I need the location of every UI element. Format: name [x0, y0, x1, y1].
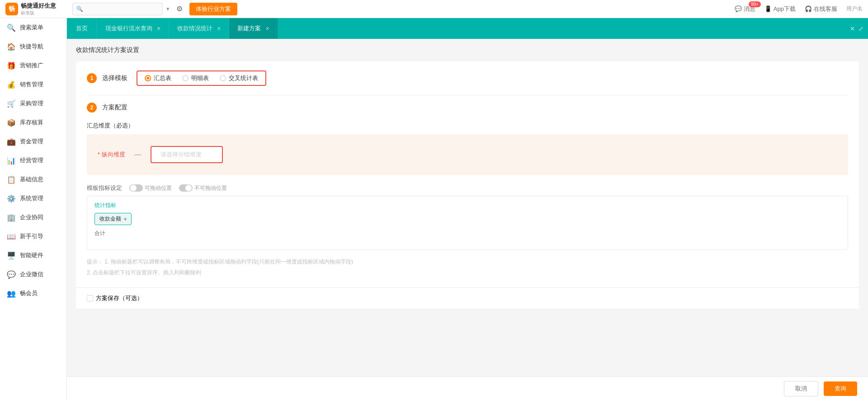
sidebar-item-inventory[interactable]: 📦 库存核算	[0, 113, 66, 132]
sidebar-label-member: 畅会员	[20, 289, 38, 297]
hardware-icon: 🖥️	[7, 251, 15, 259]
tab-home-label: 首页	[76, 24, 88, 33]
logo-text: 畅捷通好生意	[21, 2, 56, 10]
sidebar: 🔍 搜索菜单 🏠 快捷导航 🎁 营销推广 💰 销售管理 🛒 采购管理 📦 库存核…	[0, 18, 67, 400]
tab-receipt-stat[interactable]: 收款情况统计 ×	[169, 18, 229, 39]
message-icon: 💬	[735, 5, 742, 12]
sidebar-label-search: 搜索菜单	[20, 24, 43, 32]
notification-badge: 99+	[749, 1, 761, 7]
radio-group-template: 汇总表 明细表 交叉统计表	[145, 74, 258, 82]
stat-area-label: 统计指标	[94, 202, 840, 209]
cancel-button[interactable]: 取消	[784, 381, 818, 396]
save-plan-checkbox[interactable]: 方案保存（可选）	[87, 294, 143, 302]
stat-tag-receipt-amount[interactable]: 收款金额 ▾	[94, 213, 132, 225]
sidebar-item-finance[interactable]: 💼 资金管理	[0, 132, 66, 151]
sidebar-item-newbie[interactable]: 📖 新手引导	[0, 227, 66, 246]
step2-row: 2 方案配置	[87, 103, 848, 113]
trial-button[interactable]: 体验行业方案	[189, 3, 237, 15]
draggable-label: 可拖动位置	[145, 184, 172, 192]
sidebar-item-member[interactable]: 👥 畅会员	[0, 284, 66, 303]
tab-cashflow-close[interactable]: ×	[157, 25, 160, 32]
logo-icon: 畅	[5, 3, 18, 15]
member-icon: 👥	[7, 289, 15, 297]
radio-detail-label: 明细表	[191, 74, 209, 82]
top-search-input[interactable]: 🔍	[72, 3, 163, 15]
tab-receipt-stat-close[interactable]: ×	[217, 25, 221, 32]
dropdown-icon[interactable]: ▾	[166, 5, 170, 12]
dimension-box: * 纵向维度 — 请选择分组维度	[87, 134, 848, 175]
config-area: 汇总维度（必选） * 纵向维度 — 请选择分组维度 模板指标设定 可拖动位置	[87, 122, 848, 278]
radio-summary-label: 汇总表	[154, 74, 171, 82]
vertical-dimension-label: * 纵向维度	[98, 151, 125, 159]
dimension-select[interactable]: 请选择分组维度	[151, 146, 223, 163]
wechat-icon: 💬	[7, 270, 15, 278]
notification-button[interactable]: 💬 消息 99+	[735, 5, 755, 13]
sidebar-item-marketing[interactable]: 🎁 营销推广	[0, 56, 66, 75]
non-drag-badge: 不可拖动位置	[179, 184, 227, 192]
template-selector: 汇总表 明细表 交叉统计表	[137, 71, 266, 86]
search-bar-area: 🔍 ▾ ⚙ 体验行业方案	[72, 3, 735, 15]
tab-home[interactable]: 首页	[67, 18, 97, 39]
tab-expand[interactable]: ⤢	[859, 25, 863, 32]
operation-icon: 📊	[7, 156, 15, 165]
stat-area: 统计指标 收款金额 ▾ 合计	[87, 196, 848, 250]
sales-icon: 💰	[7, 80, 15, 89]
sidebar-item-enterprise[interactable]: 🏢 企业协同	[0, 208, 66, 227]
indicator-title: 模板指标设定	[87, 184, 122, 192]
base-info-icon: 📋	[7, 175, 15, 184]
tab-cashflow-label: 现金银行流水查询	[105, 24, 152, 33]
app-download-button[interactable]: 📱 App下载	[764, 5, 796, 13]
tab-receipt-stat-label: 收款情况统计	[177, 24, 212, 33]
sidebar-item-operation[interactable]: 📊 经营管理	[0, 151, 66, 170]
radio-summary[interactable]: 汇总表	[145, 74, 171, 82]
sidebar-label-purchase: 采购管理	[20, 99, 43, 108]
page-content-area: 收款情况统计方案设置 1 选择模板 汇总表 明细表	[67, 39, 868, 400]
step1-row: 1 选择模板 汇总表 明细表 交叉统计表	[87, 71, 848, 86]
purchase-icon: 🛒	[7, 99, 15, 108]
sidebar-item-sys-mgmt[interactable]: ⚙️ 系统管理	[0, 189, 66, 208]
tab-new-plan-label: 新建方案	[237, 24, 261, 33]
home-icon: 🏠	[7, 42, 15, 51]
radio-detail-circle	[182, 75, 189, 81]
newbie-icon: 📖	[7, 232, 15, 240]
sidebar-item-base-info[interactable]: 📋 基础信息	[0, 170, 66, 189]
draggable-badge: 可拖动位置	[129, 184, 172, 192]
tab-new-plan[interactable]: 新建方案 ×	[229, 18, 278, 39]
sidebar-item-quick-nav[interactable]: 🏠 快捷导航	[0, 37, 66, 56]
gear-button[interactable]: ⚙	[173, 3, 186, 15]
sidebar-item-search[interactable]: 🔍 搜索菜单	[0, 18, 66, 37]
enterprise-icon: 🏢	[7, 213, 15, 221]
sidebar-label-newbie: 新手引导	[20, 232, 43, 240]
sidebar-item-sales[interactable]: 💰 销售管理	[0, 75, 66, 94]
radio-detail[interactable]: 明细表	[182, 74, 209, 82]
stat-tag-dropdown-icon: ▾	[124, 216, 127, 222]
online-service-label: 在线客服	[814, 5, 837, 13]
page-title: 收款情况统计方案设置	[76, 46, 859, 54]
sidebar-label-enterprise: 企业协同	[20, 213, 43, 221]
user-info[interactable]: 用户名	[846, 5, 863, 13]
sidebar-label-marketing: 营销推广	[20, 61, 43, 70]
tab-cashflow[interactable]: 现金银行流水查询 ×	[97, 18, 169, 39]
tips-area: 提示： 1. 拖动标题栏可以调整布局，不可跨维度或指标区域拖动列字段(只能在同一…	[87, 257, 848, 278]
sidebar-label-inventory: 库存核算	[20, 118, 43, 127]
sidebar-item-wechat[interactable]: 💬 企业微信	[0, 265, 66, 284]
tip-1: 提示： 1. 拖动标题栏可以调整布局，不可跨维度或指标区域拖动列字段(只能在同一…	[87, 257, 848, 267]
save-plan-checkbox-box	[87, 295, 93, 301]
arrow-icon: —	[134, 151, 142, 159]
tab-close-all[interactable]: ✕	[850, 25, 855, 32]
radio-cross[interactable]: 交叉统计表	[220, 74, 258, 82]
drag-toggle-off	[179, 184, 193, 192]
sidebar-item-smart-hw[interactable]: 🖥️ 智能硬件	[0, 246, 66, 265]
sidebar-label-finance: 资金管理	[20, 137, 43, 146]
query-button[interactable]: 查询	[824, 381, 857, 396]
tab-new-plan-close[interactable]: ×	[265, 25, 269, 32]
main-content: 首页 现金银行流水查询 × 收款情况统计 × 新建方案 × ✕ ⤢ 收款情况统计…	[67, 18, 868, 400]
sys-icon: ⚙️	[7, 194, 15, 202]
tab-bar: 首页 现金银行流水查询 × 收款情况统计 × 新建方案 × ✕ ⤢	[67, 18, 868, 39]
logo-area: 畅 畅捷通好生意 标准版	[5, 2, 72, 16]
sidebar-label-sys-mgmt: 系统管理	[20, 194, 43, 202]
sidebar-item-purchase[interactable]: 🛒 采购管理	[0, 94, 66, 113]
online-service-button[interactable]: 🎧 在线客服	[805, 5, 837, 13]
sidebar-label-sales: 销售管理	[20, 80, 43, 89]
app-icon: 📱	[764, 5, 772, 12]
